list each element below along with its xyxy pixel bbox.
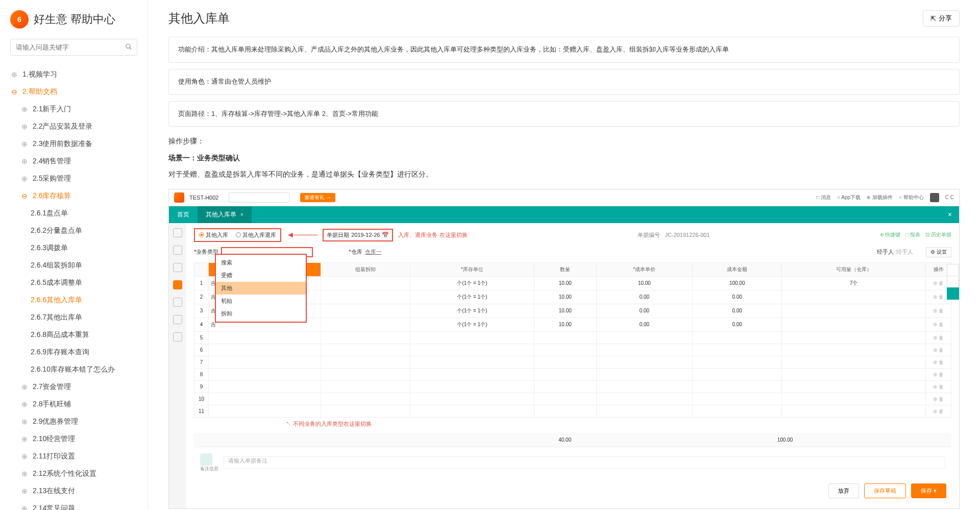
nav-2-3[interactable]: ⊕2.3使用前数据准备 (10, 135, 148, 153)
ss-total-amt: 100.00 (777, 437, 793, 443)
role-text: 通常由仓管人员维护 (211, 78, 271, 85)
ss-tab-close-all: × (941, 206, 959, 223)
table-row: 5⊕ 🗑 (194, 331, 951, 344)
nav-2-6-5[interactable]: 2.6.5成本调整单 (10, 274, 148, 292)
th-idx (194, 262, 209, 276)
ss-topbar: TEST-H002 邀请有礼 → □ 消息 ○ App下载 ⊕ 加载插件 ○ 帮… (169, 189, 959, 206)
ss-right-widgets (947, 264, 959, 299)
nav-2-6-9[interactable]: 2.6.9库存账本查询 (10, 344, 148, 361)
plus-icon: ⊕ (20, 105, 29, 113)
ss-dd-item-selected: 其他 (216, 282, 306, 295)
nav-2-9[interactable]: ⊕2.9优惠券管理 (10, 413, 148, 430)
ss-draft-button: 保存草稿 (864, 483, 906, 498)
ss-dd-search: 搜索 (216, 256, 306, 269)
ss-nav-icon (173, 228, 182, 237)
ss-report-link: □ 报表 (905, 231, 920, 238)
plus-icon: ⊕ (20, 470, 29, 478)
svg-point-0 (126, 44, 130, 48)
th-assembly: 组装拆卸 (321, 262, 410, 276)
nav-2-1[interactable]: ⊕2.1新手入门 (10, 101, 148, 118)
plus-icon: ⊕ (20, 487, 29, 495)
ss-widget-icon (947, 276, 959, 288)
path-label: 页面路径： (178, 110, 211, 117)
main-content: 其他入库单 ⇱ 分享 功能介绍：其他入库单用来处理除采购入库、产成品入库之外的其… (148, 0, 980, 510)
ss-radio-in: 其他入库 (199, 231, 228, 239)
nav-docs[interactable]: ⊖2.帮助文档 (10, 83, 148, 101)
nav-2-5[interactable]: ⊕2.5采购管理 (10, 170, 148, 187)
th-unit: *库存单位 (410, 262, 534, 276)
plus-icon: ⊕ (20, 452, 29, 460)
nav-2-11[interactable]: ⊕2.11打印设置 (10, 448, 148, 465)
nav-2-2[interactable]: ⊕2.2产品安装及登录 (10, 118, 148, 135)
nav-2-10[interactable]: ⊕2.10经营管理 (10, 430, 148, 448)
ss-radio-return: 其他入库退库 (236, 231, 276, 239)
nav-2-14[interactable]: ⊕2.14常见问题 (10, 500, 148, 510)
ss-history-link: ⊡ 历史单据 (925, 231, 951, 238)
scene1-desc: 对于受赠、盘盈或是拆装入库等不同的业务，是通过单据头【业务类型】进行区分。 (168, 168, 960, 181)
ss-remark-input: 请输入单据备注 (224, 456, 945, 469)
ss-right-links: ⊕ 快捷键 □ 报表 ⊡ 历史单据 (880, 231, 951, 238)
nav-2-13[interactable]: ⊕2.13在线支付 (10, 482, 148, 500)
nav-2-12[interactable]: ⊕2.12系统个性化设置 (10, 465, 148, 482)
ss-nav-icon (173, 246, 182, 255)
ss-nav-icon (173, 332, 182, 342)
table-row: 8⊕ 🗑 (194, 368, 951, 380)
calendar-icon: 📅 (382, 232, 389, 238)
share-button[interactable]: ⇱ 分享 (923, 10, 960, 27)
role-label: 使用角色： (178, 78, 211, 85)
remark-icon (200, 453, 212, 466)
ss-table: *商品 组装拆卸 *库存单位 数量 *成本单价 成本金额 可用量（仓库） 操作 … (194, 262, 951, 418)
nav-video[interactable]: ⊕1.视频学习 (10, 66, 148, 83)
nav-2-6-6[interactable]: 2.6.6其他入库单 (10, 292, 148, 309)
ss-avatar-icon (930, 193, 939, 202)
nav-2-6-1[interactable]: 2.6.1盘点单 (10, 205, 148, 222)
nav-2-6-10[interactable]: 2.6.10库存账本错了怎么办 (10, 361, 148, 378)
plus-icon: ⊕ (20, 157, 29, 165)
ss-logo-icon (174, 192, 184, 203)
nav-2-6-3[interactable]: 2.6.3调拨单 (10, 239, 148, 257)
plus-icon: ⊕ (20, 504, 29, 510)
nav-2-6-4[interactable]: 2.6.4组装拆卸单 (10, 257, 148, 274)
ss-nav-icon-active (173, 280, 182, 289)
table-row: 11⊕ 🗑 (194, 405, 951, 417)
radio-icon (236, 232, 241, 237)
ss-dropdown: 搜索 受赠 其他 初始 拆卸 (215, 254, 307, 323)
role-box: 使用角色：通常由仓管人员维护 (168, 69, 960, 95)
ss-link-msg: □ 消息 (816, 194, 831, 201)
nav-2-6[interactable]: ⊖2.6库存核算 (10, 187, 148, 205)
search-icon[interactable] (125, 43, 132, 52)
plus-icon: ⊕ (20, 175, 29, 183)
path-text: 1、库存核算->库存管理->其他入库单 2、首页->常用功能 (211, 110, 378, 117)
logo-text: 好生意 帮助中心 (34, 12, 115, 27)
nav-tree: ⊕1.视频学习 ⊖2.帮助文档 ⊕2.1新手入门 ⊕2.2产品安装及登录 ⊕2.… (10, 66, 148, 510)
minus-icon: ⊖ (10, 88, 18, 96)
ss-doc-no-label: 单据编号 (638, 231, 660, 239)
ss-dd-item: 受赠 (216, 269, 306, 282)
table-row: 4吉个(1个 = 1个)10.000.000.00⊕ 🗑 (194, 318, 951, 331)
table-row: 10⊕ 🗑 (194, 393, 951, 405)
minus-icon: ⊖ (20, 192, 29, 200)
ss-link-app: ○ App下载 (837, 194, 861, 201)
table-row: 6⊕ 🗑 (194, 344, 951, 356)
sidebar: 6 好生意 帮助中心 ⊕1.视频学习 ⊖2.帮助文档 ⊕2.1新手入门 ⊕2.2… (0, 0, 148, 510)
share-icon: ⇱ (930, 15, 936, 22)
ss-tab-active: 其他入库单× (198, 206, 252, 223)
ss-tab-home: 首页 (169, 206, 198, 223)
nav-2-6-8[interactable]: 2.6.8商品成本重算 (10, 326, 148, 344)
ss-cancel-button: 放弃 (828, 483, 859, 498)
ss-save-button: 保存 ▾ (911, 483, 946, 498)
nav-2-6-7[interactable]: 2.6.7其他出库单 (10, 309, 148, 326)
nav-2-4[interactable]: ⊕2.4销售管理 (10, 153, 148, 170)
search-input[interactable] (10, 39, 137, 56)
ss-search-input (229, 192, 290, 203)
plus-icon: ⊕ (10, 70, 18, 79)
nav-2-7[interactable]: ⊕2.7资金管理 (10, 378, 148, 396)
logo-icon: 6 (10, 10, 29, 29)
nav-2-8[interactable]: ⊕2.8手机旺铺 (10, 396, 148, 413)
plus-icon: ⊕ (20, 400, 29, 408)
ss-widget-icon-active (947, 287, 959, 300)
ss-tabs: 首页 其他入库单× × (169, 206, 959, 223)
intro-text: 其他入库单用来处理除采购入库、产成品入库之外的其他入库业务，因此其他入库单可处理… (211, 45, 729, 53)
ss-brand: TEST-H002 (189, 195, 218, 201)
nav-2-6-2[interactable]: 2.6.2分量盘点单 (10, 222, 148, 239)
